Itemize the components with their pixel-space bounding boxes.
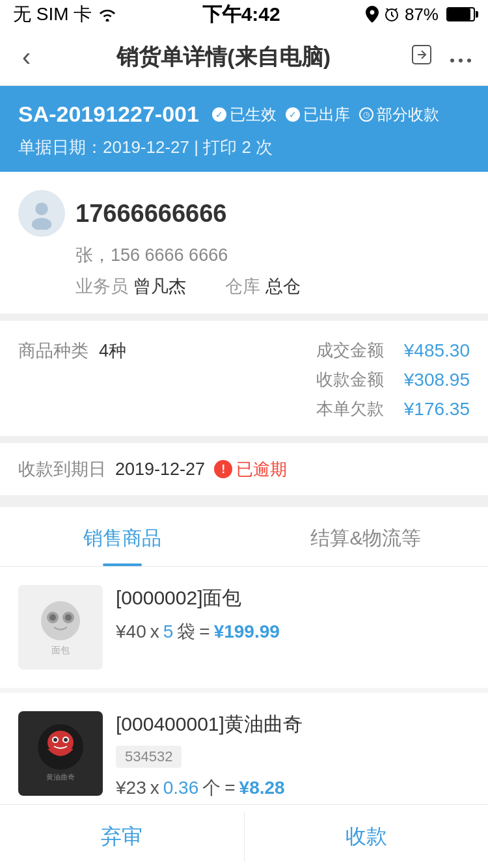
more-icon[interactable] (449, 45, 472, 69)
due-section: 收款到期日 2019-12-27 ! 已逾期 (0, 443, 488, 500)
wifi-icon (98, 7, 116, 21)
svg-point-20 (64, 738, 68, 742)
stats-section: 商品种类 4种 成交金额 ¥485.30 收款金额 ¥308.95 本单欠款 ¥… (0, 321, 488, 437)
product-image-1: 面包 (18, 585, 103, 670)
salesperson-item: 业务员 曾凡杰 (75, 275, 186, 298)
svg-point-3 (459, 59, 463, 62)
customer-meta: 业务员 曾凡杰 仓库 总仓 (75, 275, 470, 298)
warehouse-item: 仓库 总仓 (225, 275, 301, 298)
receive-payment-button[interactable]: 收款 (245, 812, 489, 861)
divider-2 (0, 437, 488, 443)
deal-amount-row: 成交金额 ¥485.30 (316, 339, 470, 362)
status-bar-right: 87% (366, 5, 475, 25)
order-id-row: SA-20191227-001 ✓ 已生效 ✓ 已出库 ◷ 部分收款 (18, 102, 470, 127)
status-badge-active: ✓ 已生效 (212, 104, 277, 125)
overdue-text: 已逾期 (236, 458, 287, 481)
location-icon (366, 6, 379, 23)
svg-point-6 (32, 218, 52, 230)
status-badges: ✓ 已生效 ✓ 已出库 ◷ 部分收款 (212, 104, 439, 125)
svg-point-19 (53, 738, 57, 742)
svg-text:面包: 面包 (51, 645, 70, 655)
tab-products[interactable]: 销售商品 (0, 507, 244, 566)
product-info-1: [0000002]面包 ¥40 x 5 袋 = ¥199.99 (116, 585, 470, 644)
nav-actions (410, 43, 472, 72)
tab-settlement[interactable]: 结算&物流等 (244, 507, 488, 566)
status-bar-time: 下午4:42 (202, 1, 280, 28)
bottom-bar: 弃审 收款 (0, 804, 488, 868)
product-sku-badge: 534532 (116, 746, 182, 768)
product-image-2: 黄油曲奇 (18, 711, 103, 796)
product-name-2: [000400001]黄油曲奇 (116, 711, 470, 738)
stats-category: 商品种类 4种 (18, 339, 126, 362)
table-row: 面包 [0000002]面包 ¥40 x 5 袋 = ¥199.99 (0, 567, 488, 688)
status-bar: 无 SIM 卡 下午4:42 87% (0, 0, 488, 29)
product-list: 面包 [0000002]面包 ¥40 x 5 袋 = ¥199.99 (0, 567, 488, 819)
status-badge-partial: ◷ 部分收款 (359, 104, 439, 125)
table-row: 黄油曲奇 [000400001]黄油曲奇 534532 ¥23 x 0.36 个… (0, 693, 488, 819)
svg-point-8 (41, 601, 80, 640)
product-name-1: [0000002]面包 (116, 585, 470, 612)
check-icon-shipped: ✓ (286, 107, 300, 122)
battery-icon (446, 7, 475, 21)
svg-point-4 (467, 59, 471, 62)
tabs-row: 销售商品 结算&物流等 (0, 507, 488, 566)
product-price-row-2: ¥23 x 0.36 个 = ¥8.28 (116, 776, 470, 800)
customer-section: 17666666666 张，156 6666 6666 业务员 曾凡杰 仓库 总… (0, 172, 488, 314)
battery-text: 87% (405, 5, 439, 25)
status-bar-left: 无 SIM 卡 (13, 2, 116, 27)
svg-point-5 (35, 202, 47, 215)
product-price-row-1: ¥40 x 5 袋 = ¥199.99 (116, 619, 470, 644)
check-icon-active: ✓ (212, 107, 226, 122)
overdue-badge: ! 已逾期 (214, 458, 287, 481)
svg-text:黄油曲奇: 黄油曲奇 (46, 773, 75, 781)
clock-icon: ◷ (359, 107, 373, 122)
customer-phone: 17666666666 (75, 200, 226, 228)
svg-point-11 (49, 614, 56, 621)
stats-amounts: 成交金额 ¥485.30 收款金额 ¥308.95 本单欠款 ¥176.35 (316, 339, 470, 420)
order-id: SA-20191227-001 (18, 102, 199, 127)
product-info-2: [000400001]黄油曲奇 534532 ¥23 x 0.36 个 = ¥8… (116, 711, 470, 800)
receipt-amount-row: 收款金额 ¥308.95 (316, 368, 470, 391)
divider-3 (0, 500, 488, 507)
customer-top: 17666666666 (18, 190, 470, 237)
debt-amount-row: 本单欠款 ¥176.35 (316, 398, 470, 420)
divider-1 (0, 314, 488, 321)
order-date-row: 单据日期：2019-12-27 | 打印 2 次 (18, 136, 470, 159)
nav-bar: ‹ 销货单详情(来自电脑) (0, 29, 488, 86)
svg-point-12 (65, 614, 72, 621)
carrier-text: 无 SIM 卡 (13, 2, 92, 27)
overdue-icon: ! (214, 460, 232, 478)
back-button[interactable]: ‹ (16, 36, 37, 78)
alarm-icon (384, 6, 400, 23)
order-header: SA-20191227-001 ✓ 已生效 ✓ 已出库 ◷ 部分收款 单据日期：… (0, 86, 488, 172)
status-badge-shipped: ✓ 已出库 (286, 104, 350, 125)
cancel-review-button[interactable]: 弃审 (0, 812, 245, 861)
share-icon[interactable] (410, 43, 433, 72)
svg-point-2 (450, 59, 454, 62)
page-title: 销货单详情(来自电脑) (116, 42, 331, 72)
avatar (18, 190, 65, 237)
customer-name-phone: 张，156 6666 6666 (75, 243, 470, 267)
tabs-section: 销售商品 结算&物流等 (0, 507, 488, 567)
